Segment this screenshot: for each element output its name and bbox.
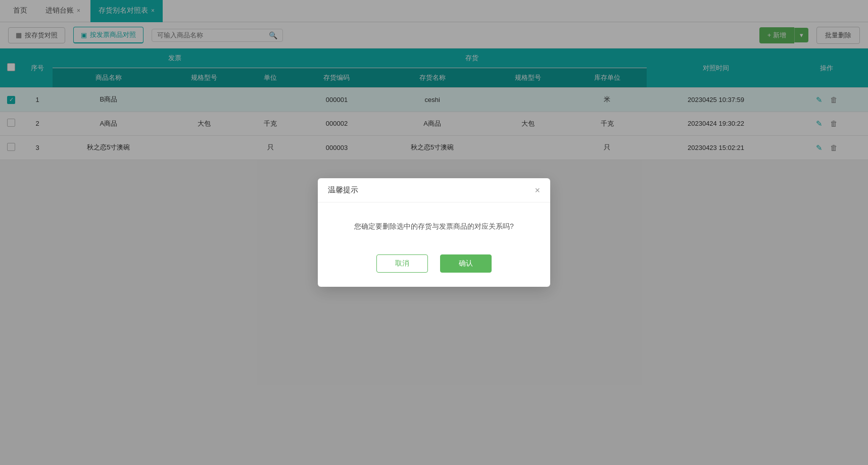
modal-overlay: 温馨提示 × 您确定要删除选中的存货与发票商品的对应关系吗? 取消 确认	[0, 0, 868, 465]
dialog-body: 您确定要删除选中的存货与发票商品的对应关系吗?	[318, 202, 550, 246]
dialog-message: 您确定要删除选中的存货与发票商品的对应关系吗?	[354, 222, 514, 230]
dialog-close-button[interactable]: ×	[535, 186, 540, 195]
dialog-title: 温馨提示	[328, 185, 358, 195]
dialog-footer: 取消 确认	[318, 246, 550, 287]
btn-cancel[interactable]: 取消	[376, 254, 428, 273]
confirm-dialog: 温馨提示 × 您确定要删除选中的存货与发票商品的对应关系吗? 取消 确认	[318, 178, 550, 286]
dialog-header: 温馨提示 ×	[318, 178, 550, 202]
btn-confirm[interactable]: 确认	[440, 254, 492, 273]
